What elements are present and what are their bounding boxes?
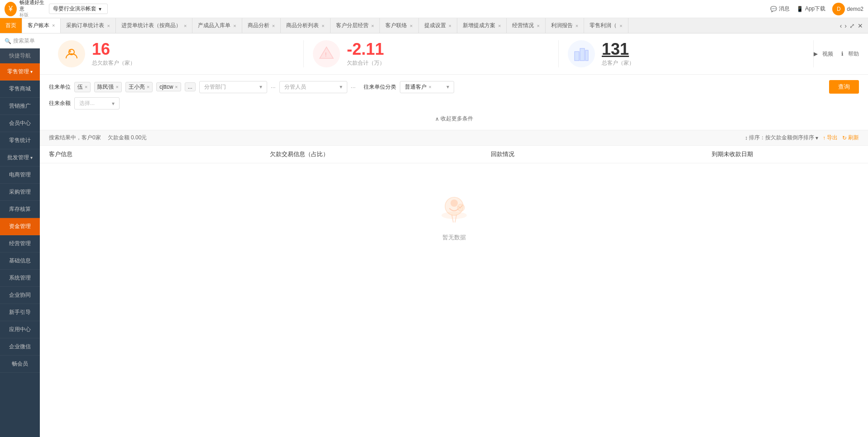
sidebar-item-vip-member[interactable]: 畅会员	[0, 356, 40, 373]
refresh-label: 刷新	[848, 134, 859, 142]
sort-selector[interactable]: ↕ 排序：按欠款金额倒序排序 ▾	[745, 134, 818, 142]
person-more-icon[interactable]: ···	[351, 84, 356, 90]
tab-retail-profit-label: 零售利润（	[590, 22, 617, 29]
filter-tag-wu-close[interactable]: ×	[85, 84, 87, 90]
tab-products-in-close[interactable]: ×	[233, 23, 236, 28]
query-button[interactable]: 查询	[829, 80, 859, 94]
message-button[interactable]: 💬 消息	[770, 5, 790, 13]
stat-total-customers-label: 总客户（家）	[602, 59, 634, 67]
sidebar-item-inventory-check[interactable]: 库存核算	[0, 201, 40, 218]
sidebar-item-wholesale-mgmt[interactable]: 批发管理 ▾	[0, 149, 40, 166]
empty-text: 暂无数据	[442, 233, 466, 242]
tab-customer-connect-close[interactable]: ×	[410, 23, 412, 28]
tab-bar: 首页 客户账本 × 采购订单统计表 × 进货单统计表（按商品） × 产成品入库单…	[0, 18, 868, 33]
tab-goods-analysis-list[interactable]: 商品分析列表 ×	[281, 18, 330, 33]
sidebar-search[interactable]: 🔍 搜索菜单	[0, 33, 40, 48]
sidebar-item-retail-stats[interactable]: 零售统计	[0, 132, 40, 149]
tab-prev-icon[interactable]: ‹	[840, 22, 842, 29]
refresh-button[interactable]: ↻ 刷新	[842, 134, 859, 142]
unit-category-dropdown[interactable]: 普通客户 × ▾	[400, 81, 454, 93]
account-selector[interactable]: 母婴行业演示帐套 ▾	[49, 4, 108, 14]
tab-operations-close[interactable]: ×	[537, 23, 539, 28]
unit-category-value: 普通客户	[405, 83, 427, 91]
collapse-label: 收起更多条件	[441, 115, 473, 123]
filter-tag-chen-close[interactable]: ×	[115, 84, 118, 90]
sidebar-item-operations-mgmt-label: 经营管理	[9, 240, 31, 247]
filter-tag-cjttcw-close[interactable]: ×	[175, 84, 177, 90]
person-dropdown[interactable]: 分管人员 ▾	[279, 81, 347, 93]
tab-home[interactable]: 首页	[0, 18, 22, 33]
collapse-button[interactable]: ∧ 收起更多条件	[49, 113, 859, 124]
unit-category-close[interactable]: ×	[428, 84, 431, 90]
tab-promotion-settings[interactable]: 提成设置 ×	[419, 18, 457, 33]
tab-purchase-orders[interactable]: 采购订单统计表 ×	[61, 18, 115, 33]
stat-total-customers-content: 131 总客户（家）	[602, 41, 634, 67]
tab-customers[interactable]: 客户账本 ×	[22, 19, 61, 33]
sidebar-item-member-center[interactable]: 会员中心	[0, 115, 40, 132]
balance-placeholder: 选择...	[79, 100, 95, 107]
total-customers-icon	[568, 40, 595, 67]
dept-more-icon[interactable]: ···	[271, 84, 276, 90]
sidebar-item-enterprise-wechat[interactable]: 企业微信	[0, 338, 40, 356]
user-profile[interactable]: D demo2	[832, 3, 863, 15]
refresh-icon: ↻	[842, 135, 847, 141]
tab-promotion-settings-close[interactable]: ×	[449, 23, 451, 28]
sidebar-item-operations-mgmt[interactable]: 经营管理	[0, 235, 40, 252]
tab-customer-tier-close[interactable]: ×	[371, 23, 374, 28]
sidebar-item-marketing[interactable]: 营销推广	[0, 98, 40, 115]
tab-operations[interactable]: 经营情况 ×	[507, 18, 545, 33]
sidebar-item-wholesale-mgmt-label: 批发管理	[7, 154, 29, 162]
sidebar-item-basic-info[interactable]: 基础信息	[0, 252, 40, 270]
help-label[interactable]: 帮助	[848, 50, 859, 58]
chevron-up-icon: ∧	[435, 116, 439, 122]
sidebar-item-capital-mgmt[interactable]: 资金管理	[0, 218, 40, 235]
tab-purchase-orders-close[interactable]: ×	[107, 23, 110, 28]
export-button[interactable]: ↑ 导出	[823, 134, 838, 142]
tab-close-all-icon[interactable]: ✕	[858, 22, 863, 29]
sidebar-item-app-center[interactable]: 应用中心	[0, 321, 40, 338]
tab-customer-tier[interactable]: 客户分层经营 ×	[331, 18, 380, 33]
tab-goods-analysis-close[interactable]: ×	[272, 23, 275, 28]
tab-next-icon[interactable]: ›	[844, 22, 847, 29]
sidebar-quick-nav-label: 快捷导航	[9, 52, 31, 59]
sidebar-item-new-guide[interactable]: 新手引导	[0, 304, 40, 321]
tab-goods-analysis[interactable]: 商品分析 ×	[242, 18, 281, 33]
filter-tag-more[interactable]: ...	[185, 82, 196, 91]
sidebar-item-enterprise-agreement[interactable]: 企业协同	[0, 287, 40, 304]
sidebar-item-marketing-label: 营销推广	[9, 103, 31, 109]
tab-retail-profit-close[interactable]: ×	[619, 23, 622, 28]
tab-goods-analysis-list-close[interactable]: ×	[321, 23, 324, 28]
sidebar-item-retail-mgmt[interactable]: 零售管理 ▾	[0, 63, 40, 81]
filter-tag-wang-text: 王小亮	[129, 83, 145, 91]
sort-label: 排序：按欠款金额倒序排序	[749, 134, 814, 142]
tab-stock-stats-close[interactable]: ×	[184, 23, 187, 28]
tab-new-promotion[interactable]: 新增提成方案 ×	[457, 18, 507, 33]
tab-retail-profit[interactable]: 零售利润（ ×	[584, 18, 628, 33]
sidebar-quick-nav[interactable]: 快捷导航	[0, 48, 40, 63]
tab-new-promotion-close[interactable]: ×	[498, 23, 501, 28]
tab-products-in[interactable]: 产成品入库单 ×	[192, 18, 242, 33]
tab-customers-close[interactable]: ×	[52, 23, 55, 28]
tab-customer-connect[interactable]: 客户联络 ×	[380, 18, 418, 33]
empty-state: 暂无数据	[40, 163, 868, 269]
tab-stock-stats[interactable]: 进货单统计表（按商品） ×	[116, 18, 192, 33]
app-download-button[interactable]: 📱 App下载	[796, 5, 825, 13]
logo-icon: ¥	[5, 2, 17, 16]
dept-dropdown[interactable]: 分管部门 ▾	[199, 81, 267, 93]
filter-tag-wang-close[interactable]: ×	[147, 84, 149, 90]
tab-profit-report-close[interactable]: ×	[575, 23, 578, 28]
stat-credit-customers: ¥ 16 总欠款客户（家）	[49, 40, 304, 67]
sidebar-item-member-center-label: 会员中心	[9, 120, 31, 126]
filter-tag-cjttcw: cjttcw ×	[156, 82, 181, 91]
tab-maximize-icon[interactable]: ⤢	[849, 22, 855, 29]
sort-icon: ↕	[745, 135, 748, 141]
sidebar-item-ecommerce-mgmt[interactable]: 电商管理	[0, 166, 40, 184]
tab-profit-report[interactable]: 利润报告 ×	[546, 18, 584, 33]
svg-point-10	[457, 204, 465, 211]
sidebar-item-purchase-mgmt[interactable]: 采购管理	[0, 184, 40, 201]
balance-dropdown[interactable]: 选择... ▾	[74, 97, 120, 109]
video-label[interactable]: 视频	[822, 50, 833, 58]
tab-customers-label: 客户账本	[28, 22, 49, 29]
sidebar-item-system-mgmt[interactable]: 系统管理	[0, 270, 40, 287]
sidebar-item-retail-mall[interactable]: 零售商城	[0, 81, 40, 98]
